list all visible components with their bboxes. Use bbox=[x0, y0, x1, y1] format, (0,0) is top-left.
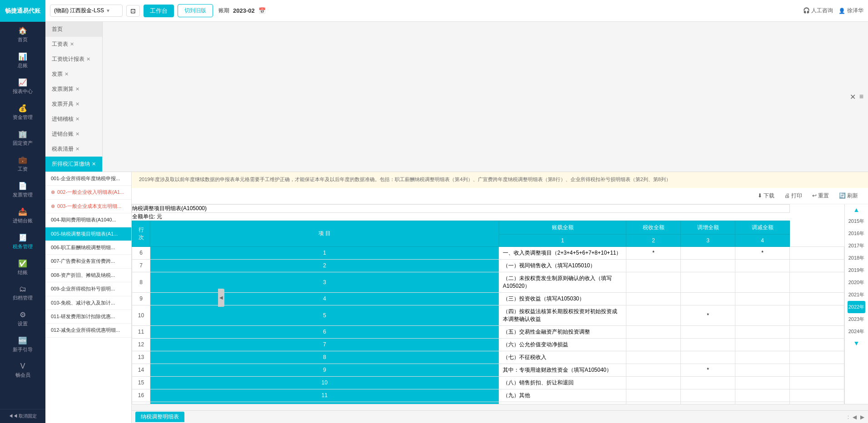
left-panel-item-008[interactable]: 008-资产折旧、摊销及纳税... bbox=[45, 269, 131, 282]
table-cell-c1[interactable] bbox=[626, 272, 681, 292]
table-cell-c4[interactable] bbox=[790, 338, 844, 351]
tab-close-icon[interactable]: ✕ bbox=[75, 131, 79, 137]
table-cell-c3[interactable] bbox=[735, 364, 790, 376]
horizontal-scrollbar[interactable] bbox=[132, 404, 868, 410]
sidebar-item-settle[interactable]: ✅结账 bbox=[0, 255, 45, 280]
table-cell-c2[interactable] bbox=[681, 259, 735, 272]
bottom-prev-icon[interactable]: ◀ bbox=[853, 414, 857, 420]
table-cell-c3[interactable]: * bbox=[735, 246, 790, 259]
table-cell-c2[interactable] bbox=[681, 325, 735, 338]
left-panel-item-007[interactable]: 007-广告费和业务宣传费跨... bbox=[45, 255, 131, 268]
left-panel-item-012[interactable]: 012-减免企业所得税优惠明细... bbox=[45, 324, 131, 337]
sidebar-item-guide[interactable]: 🆕新手引导 bbox=[0, 332, 45, 358]
tab-invoice-open[interactable]: 发票开具 ✕ bbox=[45, 97, 103, 112]
year-item-2022年[interactable]: 2022年 bbox=[848, 301, 865, 313]
table-cell-c4[interactable] bbox=[790, 292, 844, 305]
sidebar-item-member[interactable]: V畅会员 bbox=[0, 358, 45, 383]
period-calendar-icon[interactable]: 📅 bbox=[258, 7, 266, 14]
table-cell-c2[interactable] bbox=[681, 246, 735, 259]
table-cell-c3[interactable] bbox=[735, 259, 790, 272]
consult-link[interactable]: 🎧 人工咨询 bbox=[803, 7, 833, 15]
table-cell-c4[interactable] bbox=[790, 389, 844, 402]
table-cell-c4[interactable] bbox=[790, 402, 844, 404]
table-cell-c1[interactable] bbox=[626, 338, 681, 351]
year-item-2023年[interactable]: 2023年 bbox=[848, 313, 865, 325]
sidebar-item-ledger[interactable]: 📊总账 bbox=[0, 48, 45, 74]
table-cell-c2[interactable] bbox=[681, 351, 735, 364]
tab-close-icon[interactable]: ✕ bbox=[75, 146, 79, 152]
table-cell-c1[interactable] bbox=[626, 402, 681, 404]
left-panel-item-004[interactable]: 004-期间费用明细表(A1040... bbox=[45, 213, 131, 227]
table-cell-c4[interactable] bbox=[790, 272, 844, 292]
table-cell-c1[interactable] bbox=[626, 351, 681, 364]
table-cell-c2[interactable]: * bbox=[681, 402, 735, 404]
year-item-2019年[interactable]: 2019年 bbox=[848, 264, 865, 276]
table-cell-c4[interactable] bbox=[790, 351, 844, 364]
sidebar-item-tax[interactable]: 🧾税务管理 bbox=[0, 229, 45, 255]
year-item-2015年[interactable]: 2015年 bbox=[848, 215, 865, 227]
table-cell-c3[interactable] bbox=[735, 325, 790, 338]
bottom-tab-active[interactable]: 纳税调整明细表 bbox=[135, 412, 184, 422]
year-item-2024年[interactable]: 2024年 bbox=[848, 325, 865, 338]
tab-close-icon[interactable]: ✕ bbox=[75, 101, 79, 107]
sidebar-item-assets[interactable]: 🏢固定资产 bbox=[0, 125, 45, 151]
period-value[interactable]: 2023-02 bbox=[233, 7, 255, 14]
year-item-2017年[interactable]: 2017年 bbox=[848, 240, 865, 252]
year-nav-down[interactable]: ▼ bbox=[845, 338, 868, 349]
sidebar-item-home[interactable]: 🏠首页 bbox=[0, 22, 45, 48]
tab-tax-clear[interactable]: 税表清册 ✕ bbox=[45, 142, 103, 157]
year-item-2016年[interactable]: 2016年 bbox=[848, 227, 865, 240]
table-cell-c4[interactable] bbox=[790, 305, 844, 325]
refresh-button[interactable]: 🔄 刷新 bbox=[836, 191, 861, 201]
left-panel-item-001[interactable]: 001-企业所得税年度纳税申报... bbox=[45, 172, 131, 186]
table-cell-c1[interactable]: * bbox=[626, 246, 681, 259]
table-cell-c2[interactable]: * bbox=[681, 364, 735, 376]
left-panel-item-005[interactable]: 005-纳税调整项目明细表(A1... bbox=[45, 227, 131, 241]
table-cell-c2[interactable] bbox=[681, 389, 735, 402]
left-panel-item-010[interactable]: 010-免税、减计收入及加计... bbox=[45, 296, 131, 310]
tab-close-icon[interactable]: ✕ bbox=[70, 41, 74, 47]
tab-purchase-ledger[interactable]: 进销台账 ✕ bbox=[45, 127, 103, 142]
download-button[interactable]: ⬇ 下载 bbox=[755, 191, 777, 201]
table-cell-c3[interactable] bbox=[735, 292, 790, 305]
table-cell-c1[interactable] bbox=[626, 292, 681, 305]
left-panel-item-011[interactable]: 011-研发费用加计扣除优惠... bbox=[45, 310, 131, 324]
tab-close-icon[interactable]: ✕ bbox=[86, 56, 90, 62]
year-item-2021年[interactable]: 2021年 bbox=[848, 289, 865, 301]
tab-invoice-calc[interactable]: 发票测算 ✕ bbox=[45, 82, 103, 97]
workbench-button[interactable]: 工作台 bbox=[144, 5, 174, 17]
left-panel-item-006[interactable]: 006-职工薪酬纳税调整明细... bbox=[45, 241, 131, 255]
reset-button[interactable]: ↩ 重置 bbox=[809, 191, 832, 201]
sidebar-pin-toggle[interactable]: ◀◀ 取消固定 bbox=[0, 409, 45, 423]
panel-collapse-button[interactable]: ◀ bbox=[218, 289, 224, 307]
table-cell-c3[interactable] bbox=[735, 402, 790, 404]
sidebar-item-purchase[interactable]: 📥进销台账 bbox=[0, 203, 45, 229]
table-cell-c2[interactable] bbox=[681, 338, 735, 351]
user-info[interactable]: 👤 徐泽华 bbox=[838, 7, 863, 15]
tab-salary-stat[interactable]: 工资统计报表 ✕ bbox=[45, 52, 103, 67]
tab-close-icon[interactable]: ✕ bbox=[92, 161, 96, 167]
tab-salary[interactable]: 工资表 ✕ bbox=[45, 37, 103, 52]
table-cell-c1[interactable] bbox=[626, 376, 681, 389]
left-panel-item-003[interactable]: ⊗ 003-一般企业成本支出明细... bbox=[45, 200, 131, 213]
left-panel-item-009[interactable]: 009-企业所得税扣补亏损明... bbox=[45, 282, 131, 296]
table-cell-c2[interactable] bbox=[681, 272, 735, 292]
sidebar-item-capital[interactable]: 💰资金管理 bbox=[0, 99, 45, 125]
table-cell-c4[interactable] bbox=[790, 376, 844, 389]
tab-close-icon[interactable]: ✕ bbox=[75, 86, 79, 92]
table-cell-c4[interactable] bbox=[790, 364, 844, 376]
sidebar-item-salary[interactable]: 💼工资 bbox=[0, 151, 45, 177]
close-all-icon[interactable]: ✕ bbox=[850, 93, 856, 101]
table-cell-c4[interactable] bbox=[790, 246, 844, 259]
tab-invoice[interactable]: 发票 ✕ bbox=[45, 67, 103, 82]
year-item-2018年[interactable]: 2018年 bbox=[848, 252, 865, 264]
year-item-2020年[interactable]: 2020年 bbox=[848, 276, 865, 289]
tab-home[interactable]: 首页 bbox=[45, 22, 103, 37]
table-cell-c1[interactable] bbox=[626, 364, 681, 376]
table-cell-c3[interactable] bbox=[735, 338, 790, 351]
table-cell-c2[interactable] bbox=[681, 292, 735, 305]
sidebar-item-invoice[interactable]: 📄发票管理 bbox=[0, 177, 45, 203]
old-version-button[interactable]: 切到旧版 bbox=[178, 4, 213, 17]
sidebar-item-archive[interactable]: 🗂归档管理 bbox=[0, 280, 45, 306]
left-panel-item-002[interactable]: ⊗ 002-一般企业收入明细表(A1... bbox=[45, 186, 131, 199]
